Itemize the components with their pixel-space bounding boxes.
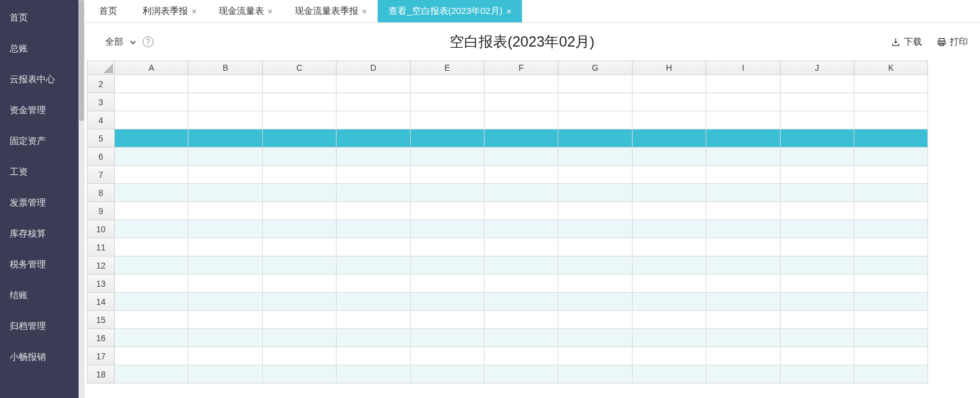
- row-header[interactable]: 17: [87, 347, 115, 365]
- cell[interactable]: [706, 202, 780, 220]
- cell[interactable]: [854, 365, 928, 383]
- cell[interactable]: [485, 329, 558, 347]
- cell[interactable]: [781, 166, 854, 184]
- cell[interactable]: [189, 275, 262, 293]
- cell[interactable]: [263, 238, 337, 256]
- cell[interactable]: [558, 256, 632, 275]
- cell[interactable]: [854, 275, 928, 293]
- cell[interactable]: [854, 329, 928, 347]
- cell[interactable]: [411, 148, 485, 166]
- cell[interactable]: [854, 75, 928, 93]
- cell[interactable]: [411, 202, 485, 220]
- row-header[interactable]: 15: [87, 311, 115, 329]
- sidebar-item-funds[interactable]: 资金管理: [0, 95, 79, 126]
- cell[interactable]: [558, 184, 632, 202]
- cell[interactable]: [558, 347, 632, 365]
- cell[interactable]: [706, 238, 780, 256]
- grid[interactable]: ABCDEFGHIJK23456789101112131415161718: [87, 60, 980, 383]
- chevron-down-icon[interactable]: [129, 38, 137, 45]
- cell[interactable]: [115, 166, 189, 184]
- cell[interactable]: [633, 256, 706, 275]
- sidebar-item-inventory[interactable]: 库存核算: [0, 218, 79, 249]
- cell[interactable]: [337, 311, 410, 329]
- sidebar-scrollbar[interactable]: [79, 0, 85, 398]
- cell[interactable]: [854, 166, 928, 184]
- cell[interactable]: [633, 275, 706, 293]
- row-header[interactable]: 2: [87, 75, 115, 93]
- cell[interactable]: [115, 347, 189, 365]
- sidebar-item-salary[interactable]: 工资: [0, 157, 79, 188]
- cell[interactable]: [781, 329, 854, 347]
- cell[interactable]: [263, 111, 337, 129]
- cell[interactable]: [115, 238, 189, 256]
- cell[interactable]: [485, 93, 558, 111]
- cell[interactable]: [485, 166, 558, 184]
- column-header[interactable]: B: [189, 60, 262, 75]
- cell[interactable]: [854, 256, 928, 275]
- close-icon[interactable]: ×: [362, 6, 367, 16]
- cell[interactable]: [781, 293, 854, 311]
- cell[interactable]: [411, 347, 485, 365]
- cell[interactable]: [558, 75, 632, 93]
- cell[interactable]: [854, 148, 928, 166]
- cell[interactable]: [854, 129, 928, 148]
- cell[interactable]: [263, 184, 337, 202]
- cell[interactable]: [706, 75, 780, 93]
- row-header[interactable]: 14: [87, 293, 115, 311]
- cell[interactable]: [411, 238, 485, 256]
- cell[interactable]: [263, 275, 337, 293]
- cell[interactable]: [854, 293, 928, 311]
- cell[interactable]: [633, 365, 706, 383]
- close-icon[interactable]: ×: [192, 6, 197, 16]
- cell[interactable]: [781, 311, 854, 329]
- row-header[interactable]: 16: [87, 329, 115, 347]
- cell[interactable]: [781, 256, 854, 275]
- cell[interactable]: [781, 220, 854, 238]
- cell[interactable]: [411, 293, 485, 311]
- row-header[interactable]: 11: [87, 238, 115, 256]
- close-icon[interactable]: ×: [268, 6, 273, 16]
- sidebar-item-tax[interactable]: 税务管理: [0, 249, 79, 280]
- cell[interactable]: [854, 238, 928, 256]
- cell[interactable]: [189, 75, 262, 93]
- cell[interactable]: [189, 220, 262, 238]
- cell[interactable]: [337, 148, 410, 166]
- cell[interactable]: [854, 93, 928, 111]
- cell[interactable]: [115, 75, 189, 93]
- column-header[interactable]: C: [263, 60, 337, 75]
- cell[interactable]: [337, 129, 410, 148]
- cell[interactable]: [189, 111, 262, 129]
- cell[interactable]: [263, 166, 337, 184]
- cell[interactable]: [706, 329, 780, 347]
- cell[interactable]: [633, 220, 706, 238]
- cell[interactable]: [706, 148, 780, 166]
- cell[interactable]: [189, 129, 262, 148]
- cell[interactable]: [558, 148, 632, 166]
- cell[interactable]: [854, 347, 928, 365]
- cell[interactable]: [337, 166, 410, 184]
- cell[interactable]: [115, 184, 189, 202]
- cell[interactable]: [633, 311, 706, 329]
- cell[interactable]: [706, 311, 780, 329]
- cell[interactable]: [558, 220, 632, 238]
- cell[interactable]: [706, 347, 780, 365]
- tab-cashflow-quarterly[interactable]: 现金流量表季报 ×: [284, 0, 378, 22]
- cell[interactable]: [706, 275, 780, 293]
- cell[interactable]: [558, 275, 632, 293]
- cell[interactable]: [115, 148, 189, 166]
- row-header[interactable]: 8: [87, 184, 115, 202]
- cell[interactable]: [633, 184, 706, 202]
- cell[interactable]: [781, 148, 854, 166]
- cell[interactable]: [854, 202, 928, 220]
- print-button[interactable]: 打印: [936, 36, 968, 48]
- row-header[interactable]: 9: [87, 202, 115, 220]
- row-header[interactable]: 10: [87, 220, 115, 238]
- cell[interactable]: [854, 220, 928, 238]
- cell[interactable]: [115, 202, 189, 220]
- cell[interactable]: [115, 365, 189, 383]
- cell[interactable]: [633, 202, 706, 220]
- cell[interactable]: [411, 129, 485, 148]
- row-header[interactable]: 7: [87, 166, 115, 184]
- cell[interactable]: [781, 75, 854, 93]
- cell[interactable]: [263, 129, 337, 148]
